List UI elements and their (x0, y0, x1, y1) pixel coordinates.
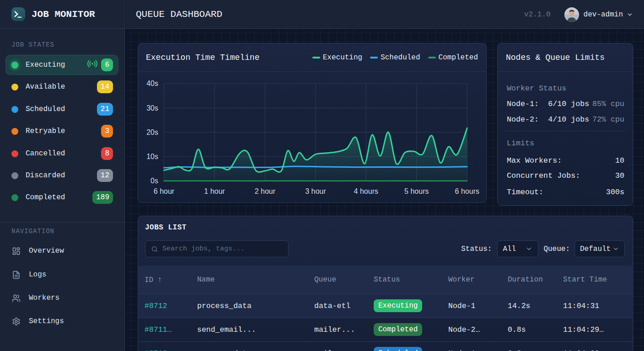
svg-text:1 hour: 1 hour (204, 187, 225, 195)
svg-text:3 hour: 3 hour (305, 187, 326, 195)
svg-text:6 hours: 6 hours (455, 187, 479, 195)
svg-text:10s: 10s (146, 153, 158, 160)
svg-text:5 hours: 5 hours (404, 187, 429, 195)
svg-text:20s: 20s (146, 128, 158, 136)
svg-text:6 hour: 6 hour (154, 187, 175, 195)
svg-text:2 hour: 2 hour (255, 187, 276, 195)
svg-text:30s: 30s (146, 104, 158, 112)
svg-text:40s: 40s (146, 80, 158, 87)
svg-text:0s: 0s (150, 177, 158, 185)
svg-text:4 hours: 4 hours (354, 187, 378, 195)
